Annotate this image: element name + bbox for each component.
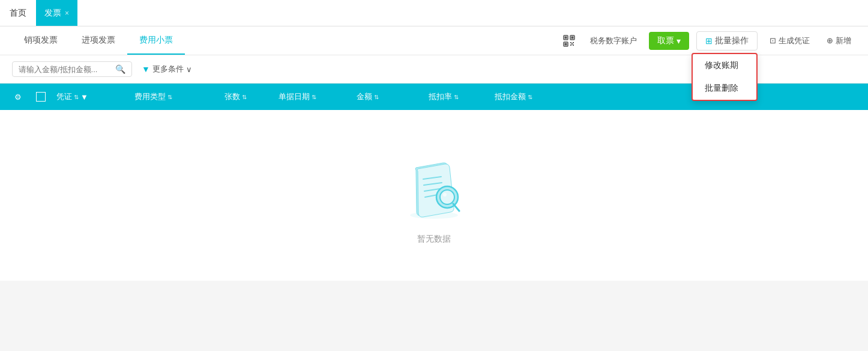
svg-point-19 [443, 193, 447, 197]
expense-type-sort-icon: ⇅ [167, 94, 172, 100]
batch-operation-wrap: ⊞ 批量操作 修改账期 批量删除 [696, 31, 758, 50]
empty-state-illustration [398, 158, 470, 224]
search-input-wrap: 🔍 [12, 61, 132, 77]
batch-operation-dropdown: 修改账期 批量删除 [692, 53, 758, 101]
batch-delete-item[interactable]: 批量删除 [693, 77, 756, 100]
svg-rect-10 [571, 43, 573, 44]
deduction-rate-sort-icon: ⇅ [454, 94, 459, 100]
search-icon: 🔍 [115, 64, 125, 74]
svg-rect-6 [570, 42, 571, 43]
invoice-tab-label: 发票 [44, 8, 61, 19]
take-ticket-button[interactable]: 取票 ▾ [649, 32, 689, 50]
invoice-tab-close[interactable]: × [65, 9, 69, 17]
generate-voucher-button[interactable]: ⊡ 生成凭证 [765, 33, 815, 49]
date-sort-icon: ⇅ [312, 94, 316, 100]
svg-rect-8 [570, 44, 571, 46]
deduction-amount-sort-icon: ⇅ [528, 94, 532, 100]
th-deduction-rate[interactable]: 抵扣率 ⇅ [424, 91, 490, 102]
svg-point-17 [440, 190, 454, 204]
modify-period-item[interactable]: 修改账期 [693, 54, 756, 77]
generate-voucher-icon: ⊡ [770, 36, 776, 45]
tab-expense-receipt[interactable]: 费用小票 [127, 26, 185, 55]
svg-rect-7 [573, 42, 574, 43]
filter-icon: ▼ [142, 64, 150, 74]
more-conditions-button[interactable]: ▼ 更多条件 ∨ [142, 64, 192, 75]
svg-rect-5 [565, 43, 567, 45]
batch-operation-button[interactable]: ⊞ 批量操作 [696, 31, 758, 50]
more-conditions-arrow: ∨ [186, 65, 192, 74]
take-ticket-label: 取票 [657, 35, 674, 46]
batch-op-icon: ⊞ [705, 36, 713, 46]
voucher-filter-icon: ▼ [80, 93, 88, 102]
th-deduction-amount[interactable]: 抵扣金额 ⇅ [490, 91, 568, 102]
amount-sort-icon: ⇅ [374, 94, 379, 100]
sub-nav: 销项发票 进项发票 费用小票 税务数字账户 [0, 26, 868, 55]
svg-rect-3 [571, 36, 574, 38]
batch-op-label: 批量操作 [715, 35, 749, 46]
sub-nav-tabs: 销项发票 进项发票 费用小票 [12, 26, 185, 55]
generate-voucher-label: 生成凭证 [779, 35, 810, 46]
add-new-button[interactable]: ⊕ 新增 [822, 33, 856, 49]
add-icon: ⊕ [827, 36, 833, 45]
th-date[interactable]: 单据日期 ⇅ [274, 91, 352, 102]
add-new-label: 新增 [836, 35, 851, 46]
tab-sales-invoice[interactable]: 销项发票 [12, 26, 70, 55]
th-amount[interactable]: 金额 ⇅ [352, 91, 424, 102]
invoice-tab[interactable]: 发票 × [36, 0, 77, 26]
more-conditions-label: 更多条件 [152, 64, 184, 75]
svg-rect-9 [573, 44, 574, 46]
empty-state: 暂无数据 [0, 110, 868, 281]
tab-purchase-invoice[interactable]: 进项发票 [70, 26, 127, 55]
top-nav: 首页 发票 × [0, 0, 868, 26]
empty-state-text: 暂无数据 [417, 234, 451, 245]
header-checkbox[interactable] [36, 92, 46, 102]
th-gear[interactable]: ⚙ [6, 93, 30, 102]
th-expense-type[interactable]: 费用类型 ⇅ [130, 91, 220, 102]
count-sort-icon: ⇅ [242, 94, 247, 100]
th-checkbox[interactable] [30, 92, 52, 102]
gear-icon: ⚙ [14, 93, 22, 102]
voucher-sort-icon: ⇅ [74, 94, 79, 100]
take-ticket-arrow: ▾ [677, 36, 681, 46]
qr-code-button[interactable] [560, 32, 578, 50]
th-voucher[interactable]: 凭证 ⇅ ▼ [52, 91, 130, 102]
svg-rect-1 [565, 36, 567, 38]
home-nav-item[interactable]: 首页 [10, 8, 36, 19]
th-count[interactable]: 张数 ⇅ [220, 91, 274, 102]
search-input[interactable] [19, 65, 112, 74]
sub-nav-actions: 税务数字账户 取票 ▾ ⊞ 批量操作 修改账期 批量删除 ⊡ 生成凭证 ⊕ 新增 [560, 31, 856, 50]
tax-digital-account-button[interactable]: 税务数字账户 [585, 33, 642, 49]
